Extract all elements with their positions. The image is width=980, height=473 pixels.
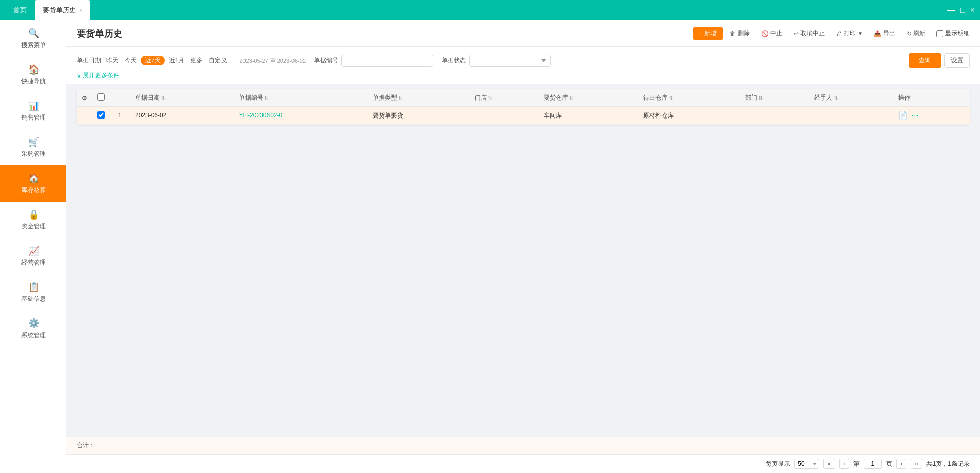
row-more-icon[interactable]: ⋯ <box>911 111 919 120</box>
docno-input[interactable] <box>341 55 433 67</box>
content-area: 要货单历史 + 新增 🗑 删除 🚫 中止 ↩ 取消中止 🖨 打印 <box>66 20 980 473</box>
col-docno[interactable]: 单据编号 ⇅ <box>234 89 368 107</box>
window-controls: — □ × <box>947 6 975 15</box>
export-button[interactable]: 📤 导出 <box>870 27 899 40</box>
settings-button[interactable]: 设置 <box>944 53 970 68</box>
table-header-row: ⚙ 单据日期 ⇅ 单据编号 <box>77 89 970 107</box>
docno-filter: 单据编号 <box>314 55 433 67</box>
sidebar-item-inventory[interactable]: 🏠 库存核算 <box>0 165 66 202</box>
print-icon: 🖨 <box>836 30 842 37</box>
page-size-label: 每页显示 <box>766 460 790 468</box>
sidebar-item-system[interactable]: ⚙️ 系统管理 <box>0 311 66 347</box>
delete-button[interactable]: 🗑 删除 <box>726 27 754 40</box>
chevron-down-icon: ∨ <box>77 72 81 79</box>
row-docno-link[interactable]: YH-20230602-0 <box>239 112 282 119</box>
row-pendingwarehouse: 原材料仓库 <box>638 107 740 125</box>
stop-button[interactable]: 🚫 中止 <box>757 27 787 40</box>
refresh-button[interactable]: ↻ 刷新 <box>902 27 929 40</box>
row-actions: 📄 ⋯ <box>893 107 970 125</box>
cancel-stop-button[interactable]: ↩ 取消中止 <box>790 27 829 40</box>
col-num <box>110 89 130 107</box>
row-docno: YH-20230602-0 <box>234 107 368 125</box>
col-store[interactable]: 门店 ⇅ <box>470 89 538 107</box>
sort-reqwarehouse-icon: ⇅ <box>569 95 573 101</box>
finance-icon: 🔒 <box>28 209 39 220</box>
filter-row: 单据日期 昨天 今天 近7天 近1月 更多 自定义 2023-05-27 至 2… <box>77 53 970 68</box>
show-detail-label[interactable]: 显示明细 <box>936 29 970 38</box>
cancel-stop-icon: ↩ <box>794 30 799 37</box>
row-settings[interactable] <box>77 107 92 125</box>
window-minimize[interactable]: — <box>947 6 955 15</box>
date-shortcuts: 昨天 今天 近7天 近1月 更多 自定义 <box>104 56 229 65</box>
sidebar-item-sales[interactable]: 📊 销售管理 <box>0 93 66 129</box>
col-pendingwarehouse[interactable]: 待出仓库 ⇅ <box>638 89 740 107</box>
col-reqwarehouse[interactable]: 要货仓库 ⇅ <box>538 89 638 107</box>
sort-docno-icon: ⇅ <box>264 95 268 101</box>
row-num: 1 <box>110 107 130 125</box>
filter-bar: 单据日期 昨天 今天 近7天 近1月 更多 自定义 2023-05-27 至 2… <box>66 47 980 84</box>
print-dropdown-icon: ▼ <box>857 31 863 36</box>
date-filter: 单据日期 昨天 今天 近7天 近1月 更多 自定义 <box>77 56 229 65</box>
date-filter-label: 单据日期 <box>77 56 101 65</box>
sidebar: 🔍 搜索菜单 🏠 快捷导航 📊 销售管理 🛒 采购管理 🏠 库存核算 🔒 资金管… <box>0 20 66 473</box>
sort-doctype-icon: ⇅ <box>398 95 402 101</box>
col-settings[interactable]: ⚙ <box>77 89 92 107</box>
new-button[interactable]: + 新增 <box>693 27 723 40</box>
tab-bar: 首页 要货单历史 × <box>5 0 947 20</box>
date-today[interactable]: 今天 <box>122 56 139 65</box>
col-action: 操作 <box>893 89 970 107</box>
page-label: 页 <box>886 460 892 468</box>
prev-page-btn[interactable]: ‹ <box>839 459 849 469</box>
expand-button[interactable]: ∨ 展开更多条件 <box>77 71 970 80</box>
tab-home[interactable]: 首页 <box>5 0 35 20</box>
row-doctype: 要货单要货 <box>368 107 470 125</box>
last-page-btn[interactable]: » <box>911 459 922 469</box>
table-body: 1 2023-06-02 YH-20230602-0 要货单要货 车间库 原材料… <box>77 107 970 125</box>
sidebar-item-quicknav[interactable]: 🏠 快捷导航 <box>0 57 66 93</box>
table-row[interactable]: 1 2023-06-02 YH-20230602-0 要货单要货 车间库 原材料… <box>77 107 970 125</box>
col-department[interactable]: 部门 ⇅ <box>740 89 809 107</box>
sidebar-item-finance[interactable]: 🔒 资金管理 <box>0 202 66 238</box>
basicinfo-icon: 📋 <box>28 281 39 293</box>
col-doctype[interactable]: 单据类型 ⇅ <box>368 89 470 107</box>
sales-icon: 📊 <box>28 100 39 111</box>
print-button[interactable]: 🖨 打印 ▼ <box>832 27 867 40</box>
top-bar: 首页 要货单历史 × — □ × <box>0 0 980 20</box>
page-number-input[interactable] <box>864 459 882 469</box>
close-tab-icon[interactable]: × <box>79 7 82 13</box>
window-close[interactable]: × <box>970 6 975 15</box>
status-label: 单据状态 <box>442 56 466 65</box>
next-page-btn[interactable]: › <box>896 459 906 469</box>
sidebar-item-operations[interactable]: 📈 经营管理 <box>0 238 66 274</box>
row-checkbox[interactable] <box>97 111 105 119</box>
col-date[interactable]: 单据日期 ⇅ <box>130 89 234 107</box>
sidebar-item-search[interactable]: 🔍 搜索菜单 <box>0 20 66 57</box>
sort-store-icon: ⇅ <box>488 95 492 101</box>
window-maximize[interactable]: □ <box>960 6 965 15</box>
col-handler[interactable]: 经手人 ⇅ <box>809 89 893 107</box>
data-table: ⚙ 单据日期 ⇅ 单据编号 <box>77 89 970 125</box>
first-page-btn[interactable]: « <box>823 459 835 469</box>
tab-purchase-history[interactable]: 要货单历史 × <box>35 0 90 20</box>
status-select[interactable] <box>469 55 551 67</box>
refresh-icon: ↻ <box>906 30 912 37</box>
delete-icon: 🗑 <box>730 30 736 37</box>
sidebar-item-basicinfo[interactable]: 📋 基础信息 <box>0 274 66 311</box>
operations-icon: 📈 <box>28 245 39 256</box>
date-1month[interactable]: 近1月 <box>167 56 187 65</box>
date-custom[interactable]: 自定义 <box>207 56 229 65</box>
row-edit-icon[interactable]: 📄 <box>898 111 908 120</box>
date-yesterday[interactable]: 昨天 <box>104 56 120 65</box>
date-more[interactable]: 更多 <box>188 56 205 65</box>
row-date: 2023-06-02 <box>130 107 234 125</box>
show-detail-checkbox[interactable] <box>936 30 943 37</box>
sort-department-icon: ⇅ <box>758 95 763 101</box>
sidebar-item-purchase[interactable]: 🛒 采购管理 <box>0 129 66 165</box>
col-checkbox <box>92 89 110 107</box>
page-size-select[interactable]: 50 10 20 100 <box>794 459 819 469</box>
toolbar-divider <box>933 29 933 39</box>
query-button[interactable]: 查询 <box>909 53 941 68</box>
date-7days[interactable]: 近7天 <box>141 56 165 65</box>
stop-icon: 🚫 <box>761 30 769 37</box>
select-all-checkbox[interactable] <box>97 93 105 101</box>
